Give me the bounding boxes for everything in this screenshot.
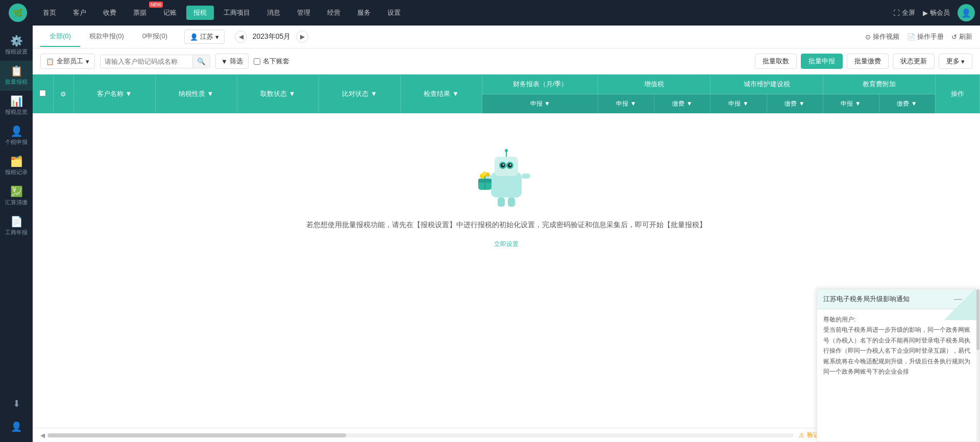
- logo-icon: 🌿: [9, 4, 27, 22]
- logo: 🌿: [5, 0, 31, 26]
- scroll-track[interactable]: [47, 433, 794, 437]
- search-box: 🔍: [100, 55, 210, 68]
- filter-sub-3: ▼: [687, 100, 693, 107]
- setup-link[interactable]: 立即设置: [494, 240, 519, 249]
- annual-report-icon: 📄: [10, 216, 23, 227]
- region-chevron-icon: ▾: [215, 33, 219, 41]
- th-city-declare: 申报 ▼: [710, 94, 767, 114]
- filter-icon-5: ▼: [452, 90, 459, 97]
- th-operations: 操作: [935, 75, 979, 113]
- nav-service[interactable]: 服务: [350, 6, 378, 20]
- th-edu-pay: 缴费 ▼: [879, 94, 935, 114]
- sidebar-item-personal-tax[interactable]: 👤 个税申报: [0, 121, 33, 151]
- th-city-pay: 缴费 ▼: [767, 94, 823, 114]
- th-education-surcharge: 教育费附加: [823, 75, 935, 94]
- search-input[interactable]: [101, 55, 192, 68]
- filter-icon-4: ▼: [371, 90, 377, 97]
- filter-icon-2: ▼: [207, 90, 214, 97]
- operation-video-btn[interactable]: ⊙ 操作视频: [865, 32, 899, 41]
- batch-declare-btn[interactable]: 批量申报: [801, 54, 843, 69]
- prev-month-btn[interactable]: ◀: [235, 31, 247, 43]
- sidebar-item-tax-record[interactable]: 🗂️ 报税记录: [0, 151, 33, 181]
- employee-select-icon: 📋: [46, 58, 54, 65]
- th-check-result: 检查结果 ▼: [401, 75, 482, 113]
- next-month-btn[interactable]: ▶: [296, 31, 308, 43]
- sidebar-item-tax-settings[interactable]: ⚙️ 报税设置: [0, 31, 33, 61]
- search-button[interactable]: 🔍: [192, 55, 210, 68]
- region-selector[interactable]: 👤 江苏 ▾: [184, 30, 225, 44]
- user-avatar[interactable]: 👤: [958, 4, 975, 21]
- nav-invoice[interactable]: 票据 NEW: [126, 6, 154, 20]
- toolbar: 📋 全部员工 ▾ 🔍 ▼ 筛选 名下账套 批量取数 批量申报 批量缴费 状态更新…: [33, 48, 980, 75]
- th-city-construction: 城市维护建设税: [710, 75, 823, 94]
- batch-fetch-btn[interactable]: 批量取数: [755, 54, 797, 69]
- scroll-thumb: [47, 433, 346, 437]
- operation-manual-btn[interactable]: 📄 操作手册: [907, 32, 944, 41]
- month-display: 2023年05月: [251, 32, 292, 41]
- sidebar-download-btn[interactable]: ⬇: [6, 394, 27, 414]
- status-update-btn[interactable]: 状态更新: [893, 54, 935, 69]
- tax-summary-icon: 📊: [10, 96, 23, 106]
- notif-scrollbar[interactable]: [976, 289, 979, 441]
- th-edu-declare: 申报 ▼: [823, 94, 879, 114]
- svg-point-9: [505, 149, 508, 152]
- nav-billing[interactable]: 收费: [96, 6, 124, 20]
- th-compare-status: 比对状态 ▼: [318, 75, 400, 113]
- th-vat-pay: 缴费 ▼: [654, 94, 710, 114]
- notif-body: 尊敬的用户: 受当前电子税务局进一步升级的影响，同一个政务网账号（办税人）名下的…: [817, 309, 979, 441]
- th-client-name: 客户名称 ▼: [74, 75, 155, 113]
- filter-sub-1: ▼: [544, 100, 550, 107]
- scroll-left-arrow[interactable]: ◀: [40, 432, 45, 439]
- svg-point-17: [482, 171, 486, 176]
- filter-sub-4: ▼: [743, 100, 749, 107]
- nav-messages[interactable]: 消息: [260, 6, 287, 20]
- select-all-checkbox[interactable]: [39, 90, 46, 96]
- accounts-checkbox[interactable]: [254, 58, 260, 65]
- svg-rect-18: [498, 198, 505, 207]
- nav-business[interactable]: 工商项目: [216, 6, 257, 20]
- tab-zero-declare[interactable]: 0申报(0): [133, 27, 177, 47]
- filter-icon: ▼: [125, 90, 132, 97]
- refresh-btn[interactable]: ↺ 刷新: [951, 32, 972, 41]
- sidebar: ⚙️ 报税设置 📋 批量报税 📊 报税总览 👤 个税申报 🗂️ 报税记录 💹 汇…: [0, 26, 33, 442]
- data-table: ⚙ 客户名称 ▼ 纳税性质 ▼ 取数状态 ▼ 比对状态: [33, 75, 980, 279]
- filter-icon-3: ▼: [289, 90, 296, 97]
- nav-accounting[interactable]: 记账: [156, 6, 184, 20]
- member-btn[interactable]: ▶ 畅会员: [923, 8, 950, 17]
- employee-select[interactable]: 📋 全部员工 ▾: [40, 54, 95, 69]
- th-financial-report: 财务报表（月/季）: [482, 75, 598, 94]
- nav-settings[interactable]: 设置: [380, 6, 408, 20]
- sidebar-item-settlement[interactable]: 💹 汇算清缴: [0, 181, 33, 211]
- more-btn[interactable]: 更多 ▾: [939, 54, 972, 69]
- empty-text: 若您想使用批量报税功能，请先在【报税设置】中进行报税的初始化设置，完成密码验证和…: [306, 220, 706, 230]
- checkbox-label[interactable]: 名下账套: [254, 57, 289, 66]
- batch-pay-btn[interactable]: 批量缴费: [847, 54, 889, 69]
- nav-manage[interactable]: 管理: [290, 6, 317, 20]
- svg-rect-19: [508, 198, 515, 207]
- video-icon: ⊙: [865, 33, 871, 41]
- notif-corner-deco: [939, 289, 979, 320]
- fullscreen-btn[interactable]: ⛶ 全屏: [893, 8, 915, 17]
- new-badge: NEW: [149, 2, 163, 8]
- nav-operation[interactable]: 经营: [320, 6, 348, 20]
- toolbar-right: 批量取数 批量申报 批量缴费 状态更新 更多 ▾: [755, 54, 972, 69]
- filter-btn[interactable]: ▼ 筛选: [215, 54, 249, 69]
- sidebar-item-tax-summary[interactable]: 📊 报税总览: [0, 91, 33, 121]
- nav-tax[interactable]: 报税: [186, 6, 214, 20]
- tab-tax-declare[interactable]: 税款申报(0): [80, 27, 133, 47]
- month-nav: ◀ 2023年05月 ▶: [235, 31, 308, 43]
- nav-client[interactable]: 客户: [66, 6, 93, 20]
- nav-items: 首页 客户 收费 票据 NEW 记账 报税 工商项目 消息 管理 经营 服务 设…: [36, 6, 893, 20]
- svg-rect-1: [495, 157, 518, 176]
- notification-panel: 江苏电子税务局升级影响通知 — ✕ 尊敬的用户: 受当前电子税务局进一步升级的影…: [817, 289, 980, 442]
- tab-all[interactable]: 全部(0): [40, 27, 80, 47]
- filter-sub-2: ▼: [630, 100, 636, 107]
- filter-sub-7: ▼: [911, 100, 917, 107]
- sidebar-item-batch-tax[interactable]: 📋 批量报税: [0, 61, 33, 91]
- nav-home[interactable]: 首页: [36, 6, 63, 20]
- sidebar-help-btn[interactable]: 👤: [6, 416, 27, 437]
- robot-illustration: [473, 144, 540, 210]
- top-nav: 🌿 首页 客户 收费 票据 NEW 记账 报税 工商项目 消息 管理 经营 服务…: [0, 0, 980, 26]
- sidebar-item-annual-report[interactable]: 📄 工商年报: [0, 211, 33, 241]
- tabs-row: 全部(0) 税款申报(0) 0申报(0) 👤 江苏 ▾ ◀ 2023年05月 ▶…: [33, 26, 980, 48]
